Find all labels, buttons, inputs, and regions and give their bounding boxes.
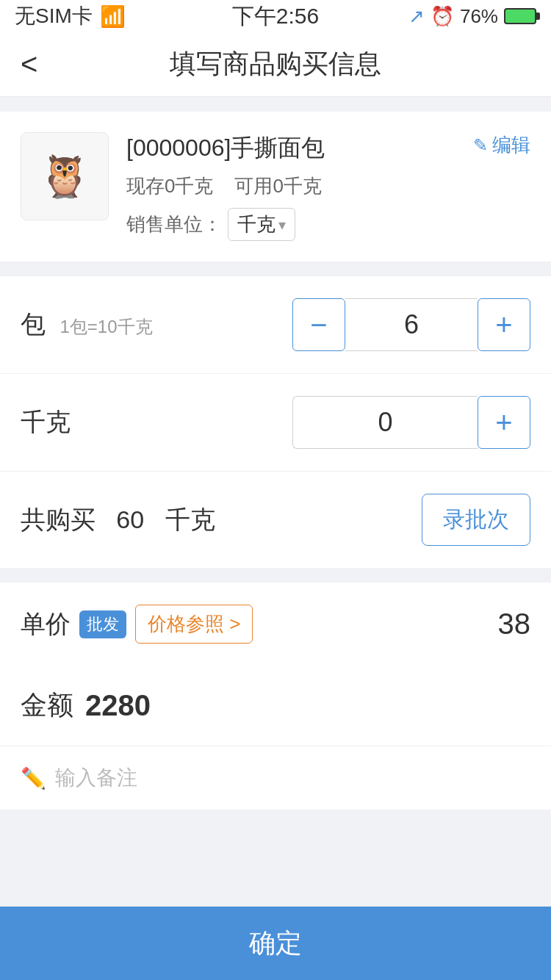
battery-text: 76% [460, 5, 498, 28]
kg-label: 千克 [21, 406, 292, 439]
battery-icon [504, 8, 536, 24]
location-icon: ↗ [408, 5, 425, 28]
edit-icon: ✎ [473, 135, 488, 156]
amount-row: 金额 2280 [0, 666, 551, 746]
bag-quantity-control: − + [292, 298, 530, 351]
total-row: 共购买 60 千克 录批次 [0, 472, 551, 568]
total-unit: 千克 [165, 505, 215, 533]
alarm-icon: ⏰ [431, 5, 454, 28]
status-bar: 无SIM卡 📶 下午2:56 ↗ ⏰ 76% [0, 0, 551, 32]
wifi-icon: 📶 [100, 4, 126, 29]
carrier-label: 无SIM卡 [15, 2, 93, 30]
available-text: 可用0千克 [234, 175, 321, 197]
product-unit-row: 销售单位： 千克 ▾ [126, 208, 530, 241]
amount-value: 2280 [85, 689, 151, 722]
price-section: 单价 批发 价格参照 > 38 [0, 583, 551, 666]
bag-increase-button[interactable]: + [478, 298, 530, 351]
amount-label: 金额 [21, 688, 73, 724]
product-image: 🦉 [21, 132, 109, 220]
unit-label: 销售单位： [126, 212, 222, 237]
bag-quantity-input[interactable] [345, 298, 478, 351]
kg-increase-button[interactable]: + [478, 396, 530, 449]
total-amount: 60 [116, 505, 144, 533]
total-text: 共购买 60 千克 [21, 503, 215, 537]
bag-hint: 1包=10千克 [60, 317, 152, 336]
batch-button[interactable]: 录批次 [422, 494, 530, 546]
bag-decrease-button[interactable]: − [292, 298, 345, 351]
status-time: 下午2:56 [232, 1, 319, 32]
bag-quantity-row: 包 1包=10千克 − + [0, 276, 551, 374]
product-name: [0000006]手撕面包 [126, 132, 530, 165]
wholesale-badge: 批发 [79, 610, 126, 638]
stock-text: 现存0千克 [126, 175, 213, 197]
unit-select[interactable]: 千克 ▾ [228, 208, 295, 241]
unit-chevron-icon: ▾ [278, 216, 286, 234]
kg-quantity-row: 千克 + [0, 374, 551, 472]
price-reference-button[interactable]: 价格参照 > [135, 605, 253, 644]
nav-bar: < 填写商品购买信息 [0, 32, 551, 97]
bag-label: 包 [21, 310, 46, 338]
product-info: [0000006]手撕面包 现存0千克 可用0千克 销售单位： 千克 ▾ [126, 132, 530, 241]
kg-quantity-control: + [292, 396, 530, 449]
total-label: 共购买 [21, 505, 96, 533]
page-title: 填写商品购买信息 [170, 46, 381, 82]
status-left: 无SIM卡 📶 [15, 2, 126, 30]
confirm-bar[interactable]: 确定 [0, 907, 551, 980]
pencil-icon: ✏️ [21, 766, 46, 790]
product-stock: 现存0千克 可用0千克 [126, 173, 530, 199]
quantity-section: 包 1包=10千克 − + 千克 + [0, 276, 551, 472]
price-label: 单价 [21, 608, 71, 641]
edit-button[interactable]: ✎ 编辑 [473, 132, 530, 158]
remark-row[interactable]: ✏️ 输入备注 [0, 746, 551, 810]
remark-placeholder: 输入备注 [55, 764, 137, 792]
back-button[interactable]: < [21, 48, 37, 81]
status-right: ↗ ⏰ 76% [408, 5, 536, 28]
product-card: 🦉 [0000006]手撕面包 现存0千克 可用0千克 销售单位： 千克 ▾ ✎… [0, 112, 551, 262]
price-value: 38 [498, 608, 531, 641]
edit-label: 编辑 [492, 132, 530, 158]
product-logo-icon: 🦉 [39, 152, 90, 201]
bag-label-group: 包 1包=10千克 [21, 308, 292, 342]
kg-quantity-input[interactable] [292, 396, 478, 449]
price-label-group: 单价 批发 价格参照 > [21, 605, 253, 644]
confirm-label: 确定 [249, 926, 302, 962]
unit-value: 千克 [237, 212, 276, 237]
